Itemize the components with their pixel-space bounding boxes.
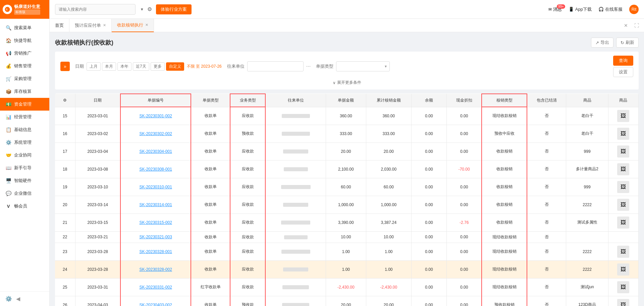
sidebar-item-inventory[interactable]: 📦 库存核算: [0, 85, 49, 98]
row-biztype: 预收款: [230, 296, 265, 306]
partner-cell: [265, 125, 326, 142]
row-date: 2023-03-28: [75, 260, 120, 278]
sidebar-item-finance[interactable]: 💵 资金管理: [0, 98, 49, 111]
billno-link[interactable]: SK-20230328-002: [139, 267, 172, 272]
sidebar-item-hardware[interactable]: 🖥️ 智能硬件: [0, 174, 49, 187]
phone-icon: 📱: [569, 7, 574, 12]
row-incl: 否: [527, 296, 566, 306]
row-index: 23: [55, 243, 75, 260]
row-date: 2023-04-03: [75, 296, 120, 306]
export-label: 导出: [600, 40, 609, 46]
billno-link[interactable]: SK-20230403-002: [139, 303, 172, 306]
row-cumamount: 2,030.00: [366, 160, 411, 178]
filter-date-this-year[interactable]: 本年: [117, 62, 131, 71]
tab-writeback-close[interactable]: ✕: [145, 23, 148, 27]
sidebar-item-system[interactable]: ⚙️ 系统管理: [0, 136, 49, 149]
th-gear[interactable]: ⚙: [55, 94, 75, 107]
sidebar-item-corp[interactable]: 🤝 企业协同: [0, 149, 49, 162]
row-goods: 2222: [566, 196, 608, 213]
filter-date-group: 日期 上月 本月 本年 近7天 更多 自定义 不限 至 2023-07-26: [75, 62, 222, 71]
tab-prepay[interactable]: 预计应应付单 ✕: [69, 19, 112, 32]
billno-link[interactable]: SK-20230331-002: [139, 285, 172, 290]
close-tab-btn[interactable]: ✕: [621, 21, 631, 30]
partner-cell: [265, 231, 326, 243]
messages-wrap[interactable]: ✉ 消息 99+: [548, 6, 562, 12]
row-balance: 0.00: [411, 107, 446, 125]
sidebar-item-member[interactable]: V 畅会员: [0, 200, 49, 212]
tab-writeback[interactable]: 收款核销执行 ✕: [112, 19, 154, 32]
sidebar-item-basic[interactable]: 📋 基础信息: [0, 123, 49, 136]
basic-icon: 📋: [5, 127, 11, 133]
maximize-tab-btn[interactable]: ⛶: [632, 21, 641, 30]
collapse-icon[interactable]: ◀: [16, 296, 20, 302]
sidebar-item-purchase[interactable]: 🛒 采购管理: [0, 72, 49, 85]
filter-date-this-month[interactable]: 本月: [102, 62, 116, 71]
row-writetype: 现结收款核销: [482, 107, 527, 125]
billno-link[interactable]: SK-20230321-003: [139, 235, 172, 239]
message-icon: ✉: [548, 7, 552, 12]
marketing-icon: 📢: [5, 50, 11, 56]
filter-more-dots[interactable]: ···: [306, 63, 311, 69]
billno-link[interactable]: SK-20230328-001: [139, 249, 172, 254]
expand-btn[interactable]: ∨ 展开更多条件: [333, 80, 361, 85]
row-billno: SK-20230302-002: [120, 125, 191, 142]
billno-link[interactable]: SK-20230301-002: [139, 114, 172, 118]
billno-link[interactable]: SK-20230314-001: [139, 202, 172, 207]
row-balance: 0.00: [411, 296, 446, 306]
app-download[interactable]: 📱 App下载: [569, 6, 592, 12]
row-writetype: 现结收款核销: [482, 260, 527, 278]
column-settings-icon[interactable]: ⚙: [63, 98, 67, 103]
sidebar-item-search[interactable]: 🔍 搜索菜单: [0, 21, 49, 34]
settings-icon[interactable]: ⚙️: [5, 296, 12, 302]
chevron-down-icon: ∨: [333, 80, 336, 85]
table-row: 15 2023-03-01 SK-20230301-002 收款单 应收款 36…: [55, 107, 639, 125]
filter-billtype-group: 单据类型 ▾: [316, 61, 390, 71]
sidebar-item-marketing[interactable]: 📢 营销推广: [0, 47, 49, 60]
sidebar-item-operation[interactable]: 📊 经营管理: [0, 111, 49, 123]
topbar-right: ✉ 消息 99+ 📱 App下载 🎧 在线客服 Rit: [548, 5, 639, 14]
filter-date-more[interactable]: 更多: [151, 62, 165, 71]
tab-prepay-close[interactable]: ✕: [103, 23, 106, 27]
billno-link[interactable]: SK-20230310-001: [139, 185, 172, 189]
topbar-dropdown[interactable]: ▾: [141, 7, 143, 12]
sidebar-item-sales[interactable]: 💰 销售管理: [0, 60, 49, 72]
refresh-btn[interactable]: ↻ 刷新: [616, 38, 639, 48]
row-incl: 否: [527, 278, 566, 296]
row-billno: SK-20230301-002: [120, 107, 191, 125]
sidebar-item-label: 基础信息: [14, 127, 32, 133]
billtype-value: [339, 64, 343, 69]
filter-settings-btn[interactable]: 设置: [613, 67, 633, 77]
user-avatar[interactable]: Rit: [629, 5, 639, 14]
industry-btn[interactable]: 体验行业方案: [156, 4, 192, 14]
refresh-label: 刷新: [626, 40, 634, 46]
online-service[interactable]: 🎧 在线客服: [598, 6, 623, 12]
filter-date-custom[interactable]: 自定义: [166, 62, 184, 71]
tab-home[interactable]: 首页: [50, 19, 69, 32]
billno-link[interactable]: SK-20230315-002: [139, 220, 172, 225]
export-btn[interactable]: ↗ 导出: [591, 38, 613, 48]
row-balance: 0.00: [411, 125, 446, 142]
sidebar-item-quicknav[interactable]: 🏠 快捷导航: [0, 34, 49, 47]
goods-image-cell: 🖼: [608, 260, 638, 278]
row-discount: -2.76: [446, 213, 482, 231]
sidebar-item-label: 搜索菜单: [14, 25, 32, 31]
gear-icon[interactable]: ⚙: [147, 6, 152, 12]
billno-link[interactable]: SK-20230308-001: [139, 167, 172, 172]
filter-date-7days[interactable]: 近7天: [133, 62, 149, 71]
billtype-select[interactable]: ▾: [336, 61, 390, 71]
table-row: 25 2023-03-31 SK-20230331-002 红字收款单 应收款 …: [55, 278, 639, 296]
filter-date-last-month[interactable]: 上月: [87, 62, 101, 71]
query-btn[interactable]: 查询: [613, 56, 633, 66]
sidebar-item-wechat[interactable]: 💬 企业微信: [0, 187, 49, 200]
filter-collapse-btn[interactable]: »: [60, 62, 70, 71]
sidebar-item-guide[interactable]: 📖 新手引导: [0, 162, 49, 174]
search-input[interactable]: [55, 4, 136, 15]
billno-link[interactable]: SK-20230304-001: [139, 149, 172, 154]
home-icon: 🏠: [5, 38, 11, 44]
sidebar-item-label: 营销推广: [14, 50, 32, 56]
partner-input[interactable]: [247, 61, 304, 71]
billno-link[interactable]: SK-20230302-002: [139, 131, 172, 136]
goods-image-cell: 🖼: [608, 160, 638, 178]
table-row: 26 2023-04-03 SK-20230403-002 收款单 预收款 20…: [55, 296, 639, 306]
headset-icon: 🎧: [598, 7, 604, 12]
